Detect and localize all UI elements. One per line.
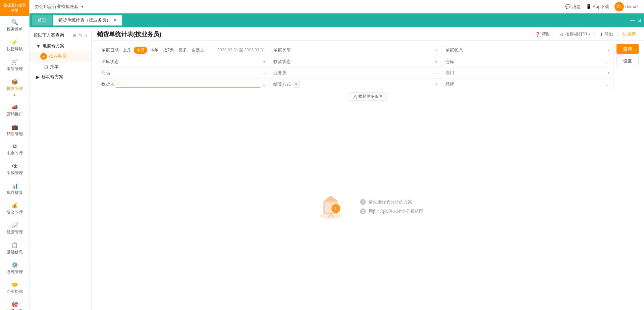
tab-sales-stat[interactable]: 销货单统计表（按业务员） ✕ [53,15,122,25]
sidebar-item-ecommerce[interactable]: 🖥 电商管理 [0,140,29,160]
sidebar-item-ops[interactable]: 📈 经营管理 [0,219,29,239]
user-avatar-btn[interactable]: Ea demo2 [614,2,639,11]
basic-icon: 📋 [11,242,18,248]
doc-type-arrow-icon[interactable]: ▾ [435,48,437,52]
edit-plan-icon[interactable]: ✎ [78,33,83,38]
consignee-input[interactable] [116,81,260,86]
out-status-arrow-icon[interactable]: ▾ [263,60,265,64]
tree-pc-plan-label: 电脑端方案 [43,43,64,49]
app-download-btn[interactable]: 📱 App下载 [586,4,609,10]
tree-sub-salesperson-label: 按业务员 [49,53,66,59]
doc-status-arrow-icon[interactable]: ▾ [608,48,609,52]
tree-mobile-plan-label: 移动端方案 [42,74,63,80]
sidebar-item-retail[interactable]: 🛒 零售管理 [0,55,29,75]
dept-arrow-icon[interactable]: ▾ [608,71,609,75]
date-pill-7days[interactable]: 近7天 [161,47,176,54]
sidebar-item-marketing[interactable]: 📣 营销推广 [0,101,29,120]
date-pill-last-month[interactable]: 上月 [121,47,133,54]
warehouse-label: 仓库 [445,59,454,65]
receipt-status-label: 收款状态 [273,59,291,65]
date-range-text: 2023-03-01 至 2023-03-31 [218,47,265,53]
sidebar-item-corp-collab[interactable]: 🤝 企业协同 [0,278,29,298]
sidebar-item-new-guide[interactable]: 🎯 新手引导 [0,298,29,310]
sidebar-item-purchase[interactable]: 🛍 采购管理 [0,160,29,179]
sidebar-item-label-guide: 新手引导 [7,309,23,310]
tree-sub-item-order[interactable]: ⊞ 按单 [30,62,91,72]
export-btn[interactable]: ⬇ 导出 [597,31,616,38]
search-menu-icon: 🔍 [11,19,18,25]
tab-close-icon[interactable]: ✕ [113,18,117,22]
receipt-status-arrow-icon[interactable]: ▾ [435,60,437,64]
tab-home[interactable]: 首页 [32,15,52,25]
maximize-icon[interactable]: ⊡ [637,17,641,23]
query-button[interactable]: 查询 [616,44,639,54]
date-pill-more[interactable]: 更多 [177,47,189,54]
salesperson-more-icon[interactable]: ... [434,70,437,75]
product-more-icon[interactable]: ... [262,70,265,75]
panel-header-icons: ⊕ ✎ « [72,33,87,38]
tree-sub-order-label: 按单 [50,64,59,70]
empty-inner: ! 1 请先选择要分析的方案 [312,188,423,225]
filter-cell-dept: 部门 ▾ [441,67,613,79]
date-pill-custom[interactable]: 自定义 [190,47,206,54]
message-btn[interactable]: 💬 消息 [565,4,581,10]
sidebar-item-label-purchase: 采购管理 [7,170,23,176]
sidebar-item-sales[interactable]: 💼 销售管理 [0,120,29,140]
breadcrumb-arrow-icon[interactable]: ▾ [81,4,84,9]
sidebar-item-wholesale[interactable]: 📦 批发管理 ▲ [0,75,29,101]
date-pill-this-year[interactable]: 本年 [148,47,160,54]
print-btn[interactable]: 🖨 按模板打印 ▾ [557,31,593,38]
refresh-btn[interactable]: ↻ 刷新 [620,31,639,38]
tree-sub-item-salesperson[interactable]: ● 按业务员 [30,51,91,62]
sidebar-item-inventory[interactable]: 📊 库存核算 [0,179,29,199]
panel-title: 按以下方案查询 [34,32,64,38]
warehouse-more-icon[interactable]: ... [606,59,609,64]
avatar-text: Ea [617,5,622,9]
help-btn[interactable]: ❓ 帮助 [532,31,553,38]
query-buttons-area: 查询 设置 [616,44,639,66]
sidebar-item-search-menu[interactable]: 🔍 搜索菜单 [0,16,29,36]
collapse-up-icon: ⋀ [354,94,357,99]
svg-marker-3 [323,196,338,201]
sidebar-item-label-basic: 基础信息 [7,249,23,255]
sidebar-logo-text: 畅捷通好生意 [4,3,26,8]
filter-cell-doc-status: 单据状态 ▾ [441,44,613,56]
empty-tip-1: 1 请先选择要分析的方案 [360,199,423,205]
tree-item-mobile-plan[interactable]: ▶ 移动端方案 [30,72,91,82]
doc-status-label: 单据状态 [445,47,463,53]
consignee-label: 收货人 [101,81,114,87]
order-grid-icon: ⊞ [44,64,48,69]
brand-more-icon[interactable]: ... [606,82,609,87]
settings-button[interactable]: 设置 [616,56,639,66]
filter-cell-warehouse: 仓库 ... [441,56,613,67]
sidebar-item-finance[interactable]: 💰 资金管理 [0,199,29,219]
help-label: 帮助 [542,31,550,37]
collapse-trigger[interactable]: ⋀ 收起更多条件 [349,92,387,101]
product-label: 商品 [101,70,110,76]
consignee-more-icon[interactable]: ... [262,82,265,87]
collapse-panel-icon[interactable]: « [85,33,87,38]
sidebar-item-basic[interactable]: 📋 基础信息 [0,239,29,258]
print-label: 按模板打印 [565,31,587,37]
settlement-arrow-icon[interactable]: ▾ [435,83,437,86]
filter-cell-receipt-status: 收款状态 ▾ [269,56,441,67]
collapse-label: 收起更多条件 [358,94,382,99]
filter-cell-consignee: 收货人 ... [97,79,269,90]
doc-type-label: 单据类型 [273,47,291,53]
message-label: 消息 [572,4,581,10]
quick-nav-icon: ⚡ [11,39,18,45]
corp-collab-icon: 🤝 [11,281,18,288]
left-panel: 按以下方案查询 ⊕ ✎ « ▼ 电脑端方案 ● 按业务员 ⊞ 按单 ▶ [30,27,92,310]
top-header: 办公用品行业模拟账套 ▾ 💬 消息 📱 App下载 Ea demo2 [30,0,644,13]
add-plan-icon[interactable]: ⊕ [72,33,76,38]
sidebar-item-quick-nav[interactable]: ⚡ 快捷导航 [0,36,29,55]
breadcrumb: 办公用品行业模拟账套 [35,4,78,10]
tree-item-pc-plan[interactable]: ▼ 电脑端方案 [30,41,91,51]
settlement-tag-close[interactable]: × [295,82,298,87]
tree-arrow-icon: ▼ [36,44,41,49]
sidebar-item-system[interactable]: ⚙️ 系统管理 [0,258,29,278]
date-pill-this-month[interactable]: 本月 [134,47,147,54]
minimize-icon[interactable]: — [630,17,635,23]
filter-cell-date: 单据日期 上月 本月 本年 近7天 更多 自定义 2023-03-01 至 20… [97,44,269,56]
finance-icon: 💰 [11,202,18,209]
